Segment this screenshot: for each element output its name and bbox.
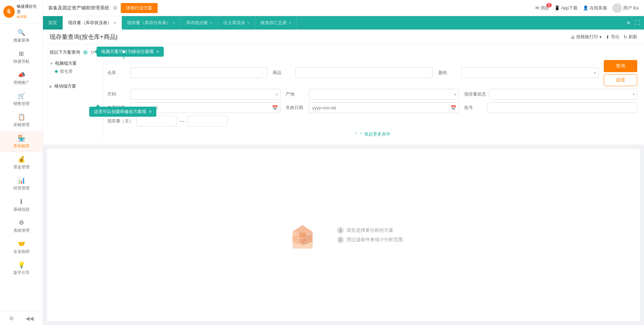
sidebar-item-search[interactable]: 🔍 搜索菜单: [0, 25, 43, 47]
exp-date-cal-icon[interactable]: 📅: [450, 105, 456, 110]
sidebar-item-collab[interactable]: 🤝 企业协同: [0, 237, 43, 258]
scheme-tooltip-text: 电脑方案可设为移动方案哦: [101, 49, 154, 55]
tab-summary[interactable]: 收发存汇总表 ×: [255, 16, 297, 30]
title-actions: 🖨 按模板打印 ▾ ⬆ 导出 ↻ 刷新: [571, 34, 637, 40]
tab-summary-close[interactable]: ×: [289, 20, 291, 25]
mfg-date-cal-icon[interactable]: 📅: [272, 105, 278, 110]
logo-badge: 标准版: [17, 14, 39, 19]
exp-date-filter: 失效日期 📅: [286, 102, 459, 113]
tab-collapse-btn[interactable]: ✕: [626, 20, 631, 26]
sidebar-item-system[interactable]: ⚙ 系统管理: [0, 216, 43, 237]
scheme-tooltip-close[interactable]: ×: [156, 49, 159, 54]
tab-batch-label: 库存批次账: [186, 20, 208, 26]
gear-icon[interactable]: ⚙: [113, 5, 117, 11]
sidebar-item-label: 库存核算: [13, 143, 30, 149]
origin-select[interactable]: [309, 89, 459, 100]
sidebar-item-label: 基础信息: [13, 207, 30, 212]
app-download-btn[interactable]: 📱 App下载: [554, 5, 578, 11]
logo-icon: 6: [3, 6, 15, 18]
reset-btn[interactable]: 设置: [604, 74, 637, 86]
filter-main: 仓库 ··· 商品: [107, 59, 637, 141]
user-label: 用户: [623, 5, 632, 11]
grid-icon: ⊞: [19, 50, 24, 57]
sidebar-bottom: ⚙ ◀◀: [0, 312, 43, 325]
print-dropdown-icon: ▾: [599, 35, 602, 40]
scheme-tooltip: 电脑方案可设为移动方案哦 ×: [97, 47, 164, 57]
sidebar-item-marketing[interactable]: 📣 营销推广: [0, 68, 43, 89]
tab-bar: 首页 现存量（库存状况表） × 现存量（库存分布表） × 库存批次账 × 出入库…: [43, 16, 644, 30]
settings-bottom-btn[interactable]: ⚙: [9, 315, 14, 322]
export-btn[interactable]: ⬆ 导出: [606, 34, 620, 40]
app-download-label: App下载: [561, 5, 578, 11]
sidebar-item-inventory[interactable]: 🏪 库存核算: [0, 131, 43, 152]
goods-select[interactable]: [296, 67, 433, 78]
exp-date-input[interactable]: [309, 102, 459, 113]
stock-status-select[interactable]: [489, 89, 637, 100]
edit-tooltip-close[interactable]: ×: [149, 109, 152, 114]
tab-batch[interactable]: 库存批次账 ×: [181, 16, 218, 30]
empty-step-2-text: 用过滤条件来缩小分析范围: [346, 237, 403, 243]
sidebar-item-management[interactable]: 📊 经营管理: [0, 173, 43, 195]
user-btn[interactable]: 用户 Ea: [612, 3, 639, 13]
scheme-pc-sub[interactable]: 按仓库: [50, 67, 99, 75]
online-service-label: 在线客服: [590, 5, 607, 11]
edit-tooltip-text: 这里可以创建和修改方案哦: [94, 109, 146, 115]
sidebar-item-basic[interactable]: ℹ 基础信息: [0, 195, 43, 216]
print-label: 按模板打印: [576, 34, 598, 40]
warehouse-select[interactable]: [130, 67, 267, 78]
scheme-panel: ▼ 电脑端方案 按仓库 ▶ 移动端方案: [50, 59, 103, 141]
export-label: 导出: [611, 34, 620, 40]
tab-home-label: 首页: [48, 20, 57, 26]
tab-batch-close[interactable]: ×: [210, 20, 212, 25]
mobile-toggle-icon: ▶: [50, 85, 52, 88]
industry-btn[interactable]: 体验行业方案: [121, 3, 158, 13]
sidebar-item-purchase[interactable]: 📋 采购管理: [0, 110, 43, 131]
stock-main-from[interactable]: [136, 116, 176, 126]
tab-summary-label: 收发存汇总表: [261, 20, 287, 26]
tab-inout-close[interactable]: ×: [247, 20, 250, 25]
empty-steps: 1 请先选择要分析的方案 2 用过滤条件来缩小分析范围: [337, 227, 403, 243]
notification-btn[interactable]: ✉ 消息 9: [535, 5, 549, 11]
sidebar-item-quicknav[interactable]: ⊞ 快捷导航: [0, 47, 43, 68]
goods-select-wrapper: ···: [296, 67, 433, 78]
empty-step-1-text: 请先选择要分析的方案: [346, 227, 393, 233]
sidebar-item-label: 营销推广: [13, 80, 30, 86]
query-btn[interactable]: 查询: [604, 60, 637, 72]
size-select[interactable]: [130, 89, 280, 100]
scheme-mobile[interactable]: ▶ 移动端方案: [50, 82, 99, 90]
sidebar-item-finance[interactable]: 💰 资金管理: [0, 152, 43, 173]
scheme-mobile-label: 移动端方案: [54, 83, 76, 89]
tab-inventory-status-close[interactable]: ×: [114, 20, 116, 25]
print-btn[interactable]: 🖨 按模板打印 ▾: [571, 34, 602, 40]
scheme-pc[interactable]: ▼ 电脑端方案: [50, 59, 99, 67]
collapse-sidebar-btn[interactable]: ◀◀: [25, 315, 34, 322]
empty-state: 1 请先选择要分析的方案 2 用过滤条件来缩小分析范围: [47, 149, 640, 321]
filter-add-btn[interactable]: ⊕: [83, 49, 88, 56]
tab-expand-btn[interactable]: ⛶: [635, 20, 640, 26]
tab-inventory-status[interactable]: 现存量（库存状况表） ×: [63, 16, 122, 30]
tab-inventory-status-label: 现存量（库存状况表）: [68, 20, 112, 26]
active-dot: [55, 70, 58, 73]
notification-badge: 9: [546, 3, 552, 7]
sidebar-item-label: 资金管理: [13, 164, 30, 170]
sidebar-item-guide[interactable]: 💡 新手引导: [0, 258, 43, 279]
batch-input[interactable]: [487, 102, 637, 113]
tab-inventory-dist-close[interactable]: ×: [173, 20, 175, 25]
tab-home[interactable]: 首页: [43, 16, 63, 30]
tab-inventory-dist[interactable]: 现存量（库存分布表） ×: [122, 16, 181, 30]
color-select[interactable]: [461, 67, 598, 78]
online-service-btn[interactable]: 👤 在线客服: [583, 5, 607, 11]
refresh-btn[interactable]: ↻ 刷新: [624, 34, 637, 40]
sidebar-item-label: 采购管理: [13, 122, 30, 128]
stock-main-to[interactable]: [187, 116, 227, 126]
sidebar-item-label: 企业协同: [13, 249, 30, 255]
filter-collapse-btn[interactable]: ⌃ ⌃ 收起更多条件: [107, 128, 637, 141]
exp-date-label: 失效日期: [286, 105, 306, 111]
phone-icon: 📱: [554, 5, 560, 10]
header-left: 装备及固定资产辅助管理系统 ⚙ 体验行业方案: [48, 3, 158, 13]
sidebar-nav: 🔍 搜索菜单 ⊞ 快捷导航 📣 营销推广 🛒 销售管理 📋 采购管理 🏪 库存核…: [0, 23, 43, 312]
sidebar-item-sales[interactable]: 🛒 销售管理: [0, 89, 43, 110]
edit-tooltip: 这里可以创建和修改方案哦 ×: [89, 107, 156, 117]
tab-inout[interactable]: 出入库流水 ×: [218, 16, 255, 30]
guide-icon: 💡: [18, 261, 25, 269]
